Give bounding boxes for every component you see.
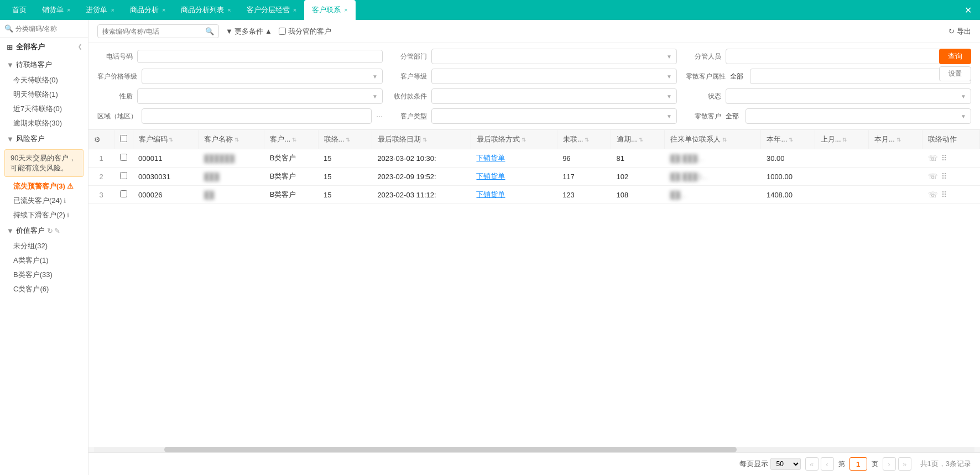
call-action-icon[interactable]: ☏ <box>928 172 938 181</box>
call-action-icon[interactable]: ☏ <box>928 154 938 163</box>
filter-nature: 性质 ▼ <box>97 88 383 104</box>
col-customer-code[interactable]: 客户编码 <box>133 130 199 149</box>
nav-sales[interactable]: 销货单 × <box>34 0 78 20</box>
filter-retail-attr: 零散客户属性 全部 ▼ <box>686 69 971 84</box>
nav-customer-segment[interactable]: 客户分层经营 × <box>239 0 304 20</box>
nav-customer-contact[interactable]: 客户联系 × <box>304 0 355 20</box>
more-conditions-btn[interactable]: ▼ 更多条件 ▲ <box>226 27 272 36</box>
main-search-icon[interactable]: 🔍 <box>205 27 214 35</box>
overdue-days: 102 <box>611 168 664 186</box>
sidebar-item-churn-warning[interactable]: 流失预警客户(3) ⚠ <box>0 179 88 194</box>
more-action-icon[interactable]: ⠿ <box>941 190 947 199</box>
close-goods-list-tab[interactable]: × <box>227 7 231 13</box>
sidebar-item-class-b[interactable]: B类客户(33) <box>0 268 88 282</box>
sidebar-item-class-a[interactable]: A类客户(1) <box>0 253 88 268</box>
manager-select[interactable] <box>726 49 960 64</box>
select-all-checkbox[interactable] <box>120 135 127 142</box>
more-action-icon[interactable]: ⠿ <box>941 154 947 163</box>
row-checkbox[interactable] <box>114 168 133 186</box>
price-grade-select[interactable]: ▼ <box>142 69 383 84</box>
query-button[interactable]: 查询 <box>939 49 971 64</box>
last-contact-method[interactable]: 下销货单 <box>471 186 557 204</box>
more-action-icon[interactable]: ⠿ <box>941 172 947 181</box>
col-this-month[interactable]: 本月... <box>869 130 922 149</box>
retail-customer-select[interactable]: ▼ <box>746 108 971 124</box>
region-more-icon[interactable]: ··· <box>376 112 383 121</box>
customer-grade-select[interactable]: ▼ <box>431 69 677 84</box>
my-customer-checkbox[interactable]: 我分管的客户 <box>279 27 331 36</box>
col-customer-type[interactable]: 客户... <box>264 130 318 149</box>
sidebar-item-overdue[interactable]: 逾期未联络(30) <box>0 116 88 131</box>
col-customer-name[interactable]: 客户名称 <box>199 130 264 149</box>
call-action-icon[interactable]: ☏ <box>928 190 938 199</box>
current-page-input[interactable] <box>849 457 867 471</box>
last-contact-method[interactable]: 下销货单 <box>471 168 557 186</box>
next-page-btn[interactable]: › <box>883 457 896 471</box>
nav-goods-analysis[interactable]: 商品分析 × <box>122 0 173 20</box>
col-overdue[interactable]: 逾期... <box>611 130 664 149</box>
sidebar-item-class-c[interactable]: C类客户(6) <box>0 282 88 296</box>
nav-goods-list[interactable]: 商品分析列表 × <box>173 0 238 20</box>
sidebar-item-declining[interactable]: 持续下滑客户(2) ℹ <box>0 208 88 222</box>
my-customer-check[interactable] <box>279 28 286 35</box>
dept-select[interactable]: ▼ <box>431 49 677 64</box>
prev-page-btn[interactable]: ‹ <box>821 457 834 471</box>
this-year-amount: 30.00 <box>761 149 815 168</box>
sidebar-item-churned[interactable]: 已流失客户(24) ℹ <box>0 194 88 208</box>
setting-button[interactable]: 设置 <box>939 66 971 81</box>
export-button[interactable]: ↻ 导出 <box>948 27 971 36</box>
first-page-btn[interactable]: « <box>805 457 819 471</box>
sidebar-search-box[interactable]: 🔍 <box>0 20 88 38</box>
sidebar-item-ungrouped[interactable]: 未分组(32) <box>0 239 88 253</box>
window-close-button[interactable]: ✕ <box>960 2 976 18</box>
customer-type-select[interactable]: ▼ <box>431 108 677 124</box>
row-checkbox[interactable] <box>114 149 133 168</box>
col-settings[interactable]: ⚙ <box>88 130 114 149</box>
region-select[interactable] <box>142 108 372 124</box>
sidebar-group-pending[interactable]: ▼ 待联络客户 <box>0 56 88 73</box>
col-contact-count[interactable]: 联络... <box>318 130 372 149</box>
edit-icon[interactable]: ✎ <box>54 227 60 235</box>
last-contact-method[interactable]: 下销货单 <box>471 149 557 168</box>
nav-home[interactable]: 首页 <box>4 0 34 20</box>
main-search-box[interactable]: 🔍 <box>97 24 219 38</box>
sidebar-item-tomorrow[interactable]: 明天待联络(1) <box>0 87 88 102</box>
retail-attr-select[interactable]: ▼ <box>750 69 971 84</box>
col-last-contact-method[interactable]: 最后联络方式 <box>471 130 557 149</box>
last-month-amount <box>815 149 868 168</box>
close-sales-tab[interactable]: × <box>67 7 70 13</box>
overdue-days: 108 <box>611 186 664 204</box>
sidebar-group-value[interactable]: ▼ 价值客户 ↻ ✎ <box>0 222 88 239</box>
last-page-btn[interactable]: » <box>898 457 911 471</box>
col-checkbox[interactable] <box>114 130 133 149</box>
col-uncontacted[interactable]: 未联... <box>557 130 611 149</box>
col-this-year[interactable]: 本年... <box>761 130 815 149</box>
sidebar-item-today[interactable]: 今天待联络(0) <box>0 73 88 87</box>
horizontal-scrollbar[interactable] <box>94 447 974 452</box>
sidebar-item-week[interactable]: 近7天待联络(0) <box>0 102 88 116</box>
scrollbar-thumb[interactable] <box>164 447 737 452</box>
filter-customer-grade: 客户等级 ▼ <box>392 69 677 84</box>
col-last-month[interactable]: 上月... <box>815 130 868 149</box>
status-select[interactable]: ▼ <box>726 88 971 104</box>
phone-input[interactable] <box>137 50 383 63</box>
sidebar-group-risk[interactable]: ▼ 风险客户 <box>0 131 88 147</box>
close-goods-analysis-tab[interactable]: × <box>162 7 165 13</box>
row-checkbox[interactable] <box>114 186 133 204</box>
col-contact-person[interactable]: 往来单位联系人 <box>665 130 761 149</box>
payment-select[interactable]: ▼ <box>431 88 677 104</box>
sidebar-all-customers[interactable]: ⊞ 全部客户 《 <box>0 38 88 56</box>
close-contact-tab[interactable]: × <box>344 7 347 13</box>
col-actions: 联络动作 <box>922 130 980 149</box>
nav-purchase[interactable]: 进货单 × <box>78 0 122 20</box>
main-search-input[interactable] <box>102 28 203 35</box>
collapse-arrow-icon: 《 <box>75 43 81 51</box>
page-size-select[interactable]: 50 100 <box>770 458 801 470</box>
close-purchase-tab[interactable]: × <box>111 7 114 13</box>
nature-select[interactable]: ▼ <box>137 88 383 104</box>
close-segment-tab[interactable]: × <box>293 7 296 13</box>
refresh-icon[interactable]: ↻ <box>47 227 53 235</box>
sidebar-search-input[interactable] <box>15 25 84 33</box>
col-last-contact-date[interactable]: 最后联络日期 <box>372 130 471 149</box>
last-contact-date: 2023-03-02 10:30: <box>372 149 471 168</box>
